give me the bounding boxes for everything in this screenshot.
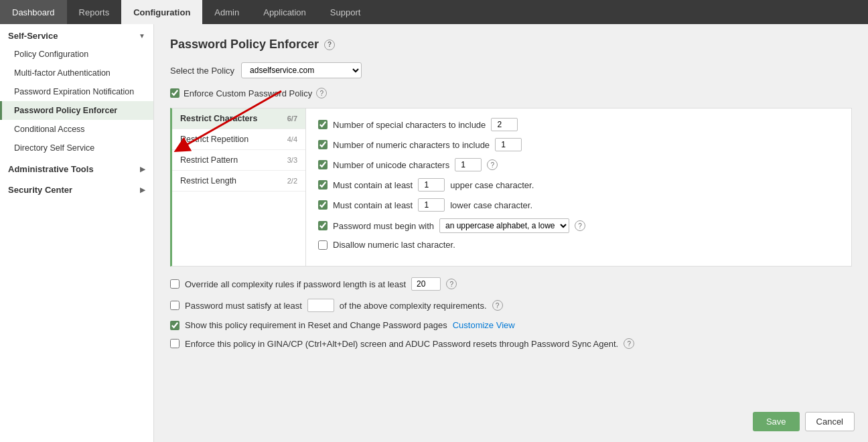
rule-label: Restrict Length — [180, 176, 236, 186]
numeric-chars-label: Number of numeric characters to include — [333, 140, 490, 150]
rule-restrict-characters[interactable]: Restrict Characters 6/7 — [172, 108, 305, 129]
numeric-chars-checkbox[interactable] — [318, 140, 328, 149]
main-content: Password Policy Enforcer ? Select the Po… — [154, 24, 868, 442]
rules-panel: Restrict Characters 6/7 Restrict Repetit… — [170, 108, 852, 267]
sidebar-section-self-service[interactable]: Self-Service ▼ — [0, 24, 153, 45]
lowercase-checkbox[interactable] — [318, 200, 328, 210]
sidebar-section-admin-tools[interactable]: Administrative Tools ▶ — [0, 157, 153, 178]
satisfy-suffix: of the above complexity requirements. — [340, 301, 487, 311]
sidebar: Self-Service ▼ Policy Configuration Mult… — [0, 24, 154, 442]
rule-score: 6/7 — [287, 115, 297, 123]
special-chars-input[interactable] — [491, 118, 518, 131]
security-center-arrow: ▶ — [140, 186, 145, 194]
uppercase-input[interactable] — [418, 178, 445, 192]
override-complexity-input[interactable] — [411, 277, 441, 291]
self-service-label: Self-Service — [8, 31, 58, 41]
disallow-numeric-last-label: Disallow numeric last character. — [333, 240, 455, 250]
sidebar-item-conditional-access[interactable]: Conditional Access — [0, 120, 153, 139]
sidebar-item-directory-self-service[interactable]: Directory Self Service — [0, 139, 153, 157]
begin-with-dropdown[interactable]: an uppercase alphabet, a lowe — [439, 218, 569, 233]
rule-restrict-length[interactable]: Restrict Length 2/2 — [172, 171, 305, 192]
unicode-chars-help-icon[interactable]: ? — [487, 159, 498, 170]
sidebar-item-password-policy-enforcer[interactable]: Password Policy Enforcer — [0, 101, 153, 120]
begin-with-help-icon[interactable]: ? — [575, 220, 585, 231]
tab-support[interactable]: Support — [318, 0, 373, 24]
uppercase-suffix: upper case character. — [450, 180, 534, 190]
rule-option-begin-with: Password must begin with an uppercase al… — [318, 218, 839, 233]
rule-option-unicode-chars: Number of unicode characters ? — [318, 158, 839, 171]
rule-option-uppercase: Must contain at least upper case charact… — [318, 178, 839, 192]
begin-with-label: Password must begin with — [333, 221, 434, 231]
satisfy-checkbox[interactable] — [170, 301, 179, 310]
sidebar-item-password-expiration[interactable]: Password Expiration Notification — [0, 82, 153, 101]
rule-score: 2/2 — [287, 177, 297, 185]
rule-option-numeric-chars: Number of numeric characters to include — [318, 138, 839, 151]
tab-application[interactable]: Application — [251, 0, 318, 24]
bottom-option-override-complexity: Override all complexity rules if passwor… — [170, 277, 852, 291]
rule-option-lowercase: Must contain at least lower case charact… — [318, 198, 839, 212]
rule-option-special-chars: Number of special characters to include — [318, 118, 839, 131]
special-chars-label: Number of special characters to include — [333, 120, 486, 130]
sidebar-item-mfa[interactable]: Multi-factor Authentication — [0, 64, 153, 82]
lowercase-suffix: lower case character. — [450, 200, 532, 210]
gina-label: Enforce this policy in GINA/CP (Ctrl+Alt… — [185, 339, 618, 349]
sidebar-item-policy-configuration[interactable]: Policy Configuration — [0, 45, 153, 64]
customize-view-link[interactable]: Customize View — [453, 320, 515, 330]
bottom-option-show-policy: Show this policy requirement in Reset an… — [170, 320, 852, 330]
rule-label: Restrict Pattern — [180, 155, 238, 165]
tab-dashboard[interactable]: Dashboard — [0, 0, 67, 24]
top-nav: Dashboard Reports Configuration Admin Ap… — [0, 0, 868, 24]
gina-checkbox[interactable] — [170, 339, 179, 348]
show-policy-label: Show this policy requirement in Reset an… — [185, 320, 447, 330]
uppercase-checkbox[interactable] — [318, 180, 328, 190]
policy-select-label: Select the Policy — [170, 66, 234, 76]
satisfy-prefix: Password must satisfy at least — [185, 301, 302, 311]
rule-restrict-repetition[interactable]: Restrict Repetition 4/4 — [172, 129, 305, 150]
main-layout: Self-Service ▼ Policy Configuration Mult… — [0, 24, 868, 442]
satisfy-input[interactable] — [307, 299, 334, 312]
unicode-chars-label: Number of unicode characters — [333, 160, 449, 170]
cancel-button[interactable]: Cancel — [805, 412, 855, 431]
disallow-numeric-last-checkbox[interactable] — [318, 240, 328, 250]
admin-tools-label: Administrative Tools — [8, 164, 94, 174]
save-button[interactable]: Save — [753, 412, 800, 431]
unicode-chars-input[interactable] — [455, 158, 482, 171]
sidebar-section-security-center[interactable]: Security Center ▶ — [0, 178, 153, 199]
override-complexity-help-icon[interactable]: ? — [446, 279, 457, 289]
self-service-arrow: ▼ — [139, 32, 145, 40]
policy-select-dropdown[interactable]: adselfservice.com — [241, 62, 362, 78]
enforce-help-icon[interactable]: ? — [316, 88, 327, 98]
bottom-options: Override all complexity rules if passwor… — [170, 277, 852, 349]
enforce-checkbox-row: Enforce Custom Password Policy ? — [170, 88, 852, 98]
rule-restrict-pattern[interactable]: Restrict Pattern 3/3 — [172, 150, 305, 171]
page-title-help-icon[interactable]: ? — [324, 40, 335, 50]
show-policy-checkbox[interactable] — [170, 321, 179, 330]
admin-tools-arrow: ▶ — [140, 165, 145, 173]
unicode-chars-checkbox[interactable] — [318, 160, 328, 169]
footer-buttons: Save Cancel — [753, 412, 855, 431]
tab-admin[interactable]: Admin — [202, 0, 251, 24]
gina-help-icon[interactable]: ? — [624, 338, 634, 349]
override-complexity-checkbox[interactable] — [170, 279, 179, 289]
rule-label: Restrict Repetition — [180, 135, 248, 144]
tab-configuration[interactable]: Configuration — [121, 0, 202, 24]
rule-score: 4/4 — [287, 135, 297, 143]
special-chars-checkbox[interactable] — [318, 120, 328, 129]
begin-with-checkbox[interactable] — [318, 221, 328, 230]
enforce-checkbox[interactable] — [170, 88, 179, 98]
rules-list: Restrict Characters 6/7 Restrict Repetit… — [172, 108, 306, 266]
numeric-chars-input[interactable] — [495, 138, 522, 151]
security-center-label: Security Center — [8, 185, 72, 195]
bottom-option-gina: Enforce this policy in GINA/CP (Ctrl+Alt… — [170, 338, 852, 349]
bottom-option-satisfy: Password must satisfy at least of the ab… — [170, 299, 852, 312]
satisfy-help-icon[interactable]: ? — [492, 300, 503, 311]
enforce-label: Enforce Custom Password Policy — [184, 88, 312, 98]
uppercase-prefix: Must contain at least — [333, 180, 413, 190]
rule-score: 3/3 — [287, 156, 297, 164]
tab-reports[interactable]: Reports — [67, 0, 122, 24]
lowercase-input[interactable] — [418, 198, 445, 212]
policy-select-row: Select the Policy adselfservice.com — [170, 62, 852, 78]
lowercase-prefix: Must contain at least — [333, 200, 413, 210]
rule-option-disallow-numeric-last: Disallow numeric last character. — [318, 240, 839, 250]
override-complexity-label: Override all complexity rules if passwor… — [185, 279, 406, 289]
